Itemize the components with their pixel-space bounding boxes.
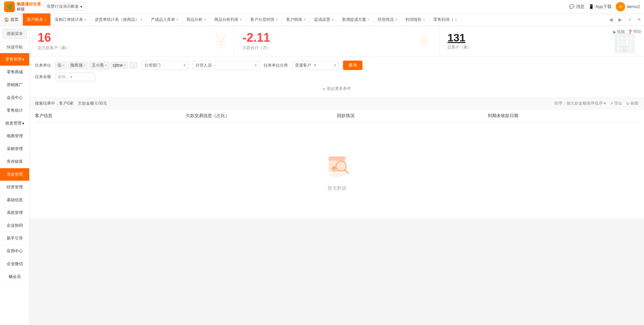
sidebar-item-basic-info[interactable]: 基础信息: [0, 194, 29, 207]
message-btn[interactable]: 💬 消息: [569, 4, 585, 10]
svg-point-6: [333, 166, 335, 169]
tab-product-analysis[interactable]: 商品分析 ×: [182, 13, 210, 26]
tab-inbound-label: 进货单统计表（按商品）: [95, 17, 139, 23]
tab-close-all-btn[interactable]: ✕: [635, 13, 644, 26]
tab-retail-profit-label: 零售利润（: [433, 17, 454, 23]
close-icon[interactable]: ×: [332, 18, 334, 22]
sidebar-item-inventory[interactable]: 库存核算: [0, 155, 29, 168]
remove-category-tag[interactable]: ×: [314, 63, 316, 68]
dept-select[interactable]: 分管部门 ··· ▾: [141, 61, 188, 70]
sidebar-item-marketing[interactable]: 营销推广: [0, 79, 29, 92]
sidebar-item-operation-mgmt[interactable]: 经营管理: [0, 181, 29, 194]
video-link[interactable]: ▶ 视频: [613, 29, 625, 35]
tab-maximize-btn[interactable]: ⤢: [625, 13, 635, 26]
close-icon[interactable]: ×: [204, 18, 206, 22]
card-bg-icon-yen: ¥: [214, 28, 227, 55]
close-icon[interactable]: ×: [455, 18, 457, 22]
sidebar-item-enterprise-wechat[interactable]: 企业微信: [0, 258, 29, 270]
tab-raise-settings[interactable]: 提成设置 ×: [310, 13, 338, 26]
close-icon[interactable]: ×: [140, 18, 142, 22]
card-total-debit-customers: ¥ 16 总欠款客户（家）: [30, 26, 234, 56]
account-selector[interactable]: 母婴行业演示帐套 ▾: [44, 3, 85, 10]
help-label: 帮助: [633, 29, 641, 35]
remainder-select[interactable]: 选择... ▾: [55, 73, 95, 81]
dept-placeholder: 分管部门: [144, 63, 161, 68]
sidebar-item-ecommerce-mgmt[interactable]: 电商管理: [0, 130, 29, 143]
remove-tag-wu[interactable]: ×: [62, 64, 65, 67]
tab-home[interactable]: 🏠 首页: [0, 13, 23, 26]
tag-label-cjttcw: cjttcw: [113, 63, 123, 68]
tab-purchase-order-stats[interactable]: 采购订单统计表 ×: [51, 13, 91, 26]
export-icon: ↗: [610, 101, 613, 106]
remove-tag-wang[interactable]: ×: [105, 64, 107, 67]
export-link[interactable]: ↗ 导出: [610, 101, 622, 106]
remove-tag-cjttcw[interactable]: ×: [124, 64, 126, 67]
tab-retail-profit[interactable]: 零售利润（ ×: [429, 13, 461, 26]
tab-next-btn[interactable]: ▶: [616, 13, 625, 26]
svg-rect-2: [329, 156, 345, 161]
message-label: 消息: [576, 4, 585, 10]
tab-prev-btn[interactable]: ◀: [606, 13, 616, 26]
tab-customer-tier[interactable]: 客户分层经营 ×: [246, 13, 282, 26]
tab-inbound-stats[interactable]: 进货单统计表（按商品） ×: [91, 13, 147, 26]
refresh-link[interactable]: ↻ 刷新: [626, 101, 639, 106]
close-icon[interactable]: ×: [276, 18, 278, 22]
filter-tag-more[interactable]: ...: [129, 62, 137, 69]
sidebar-item-purchase-mgmt[interactable]: 采购管理: [0, 143, 29, 155]
empty-illustration: [320, 150, 354, 180]
close-icon[interactable]: ×: [423, 18, 425, 22]
tab-product-inbound-label: 产成品入库单: [151, 17, 175, 23]
tab-product-analysis-list[interactable]: 商品分析列表 ×: [210, 13, 246, 26]
col-due-date: 到期未收款日期: [488, 113, 639, 119]
app-download-btn[interactable]: 📱 App下载: [589, 4, 612, 10]
sidebar-item-wholesale-mgmt[interactable]: 批发管理 ▾: [0, 117, 29, 130]
close-icon[interactable]: ×: [240, 18, 242, 22]
sidebar-item-retail-stats[interactable]: 零售统计: [0, 104, 29, 117]
remainder-arrow-icon: ▾: [70, 75, 72, 79]
chevron-icon: ▾: [22, 121, 24, 126]
sidebar-item-retail-mall[interactable]: 零售商城: [0, 66, 29, 79]
remove-tag-chen[interactable]: ×: [84, 64, 86, 67]
tab-new-raise-plan[interactable]: 新增提成方案 ×: [338, 13, 374, 26]
tab-profit-report[interactable]: 利润报告 ×: [401, 13, 429, 26]
results-text: 搜索结果中，客户0家: [35, 101, 74, 106]
sort-label[interactable]: 排序：按欠款金额倒序排序 ▾: [554, 101, 606, 106]
sidebar-item-vip-member[interactable]: 畅会员: [0, 270, 29, 283]
close-icon[interactable]: ×: [176, 18, 178, 22]
close-icon[interactable]: ×: [44, 18, 46, 22]
close-icon[interactable]: ×: [304, 18, 306, 22]
summary-cards: ¥ 16 总欠款客户（家） ✦ -2.11 欠款合计（万） 🏢 131 总客户（…: [30, 26, 644, 57]
person-extra-btn[interactable]: ···: [213, 63, 216, 68]
user-avatar-btn[interactable]: d demo2: [616, 2, 640, 11]
svg-point-0: [329, 173, 345, 177]
card-bg-icon-diamond: ✦: [416, 30, 432, 53]
collapse-btn[interactable]: ∧ 收起更多条件: [323, 86, 351, 92]
query-button[interactable]: 查询: [343, 61, 362, 70]
search-menu-btn[interactable]: 搜索菜单: [3, 29, 27, 39]
quick-nav-btn[interactable]: 快捷导航: [0, 42, 29, 53]
dept-extra-btn[interactable]: ···: [162, 63, 165, 68]
close-icon[interactable]: ×: [395, 18, 397, 22]
sidebar-item-system-mgmt[interactable]: 系统管理: [0, 207, 29, 219]
close-icon[interactable]: ×: [368, 18, 370, 22]
tab-customer-balance[interactable]: 客户账本 ×: [23, 13, 51, 26]
unit-category-select[interactable]: 普通客户 × ▾: [292, 61, 339, 70]
tab-customer-contact[interactable]: 客户联络 ×: [282, 13, 310, 26]
sidebar-item-enterprise-collab[interactable]: 企业协同: [0, 219, 29, 232]
help-link[interactable]: ❓ 帮助: [628, 29, 641, 35]
person-select[interactable]: 分管人员 ··· ▾: [192, 61, 260, 70]
sidebar-item-retail-mgmt[interactable]: 零售管理 ▾: [0, 53, 29, 66]
sidebar-item-new-user-guide[interactable]: 新手引导: [0, 232, 29, 245]
tab-product-inbound[interactable]: 产成品入库单 ×: [147, 13, 183, 26]
sidebar-item-finance-mgmt[interactable]: 资金管理: [0, 168, 29, 181]
unit-category-value: 普通客户: [295, 63, 311, 68]
sidebar-item-app-center[interactable]: 应用中心: [0, 245, 29, 258]
sidebar-item-member-center[interactable]: 会员中心: [0, 92, 29, 104]
sidebar-item-ecommerce-mgmt-label: 电商管理: [7, 134, 23, 138]
tab-business-status[interactable]: 经营情况 ×: [374, 13, 401, 26]
sidebar-item-finance-mgmt-label: 资金管理: [7, 172, 23, 177]
sidebar-item-system-mgmt-label: 系统管理: [7, 210, 23, 215]
collapse-row: ∧ 收起更多条件: [35, 84, 639, 94]
close-icon[interactable]: ×: [84, 18, 86, 22]
play-icon: ▶: [613, 30, 616, 34]
